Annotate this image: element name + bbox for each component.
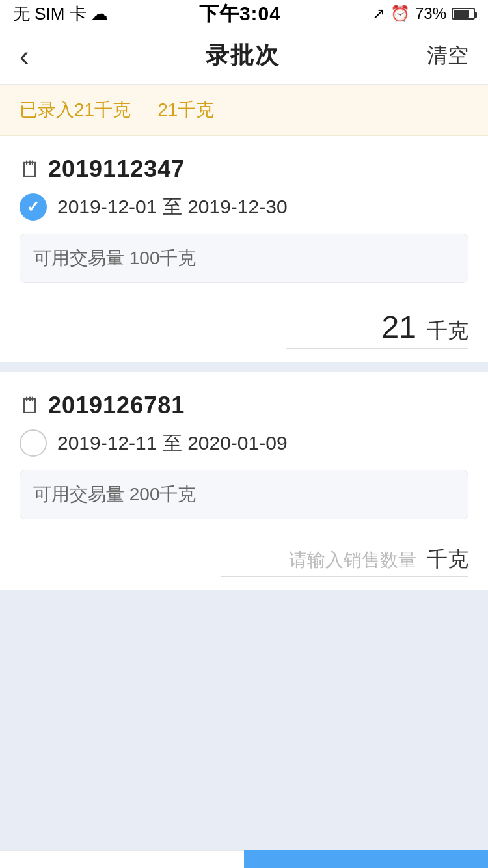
sim-label: 无 SIM 卡 ☁ — [13, 3, 108, 25]
batch-2-unit: 千克 — [427, 545, 468, 574]
batch-1-date-row: ✓ 2019-12-01 至 2019-12-30 — [20, 193, 468, 221]
status-left: 无 SIM 卡 ☁ — [13, 3, 108, 25]
status-time: 下午3:04 — [199, 1, 281, 27]
batch-2-icon: 🗒 — [20, 393, 42, 418]
batch-1-header: 🗒 2019112347 — [20, 156, 468, 183]
nav-bar: ‹ 录批次 清空 — [0, 27, 488, 85]
location-icon: ↗ — [372, 5, 385, 23]
batch-2-header: 🗒 2019126781 — [20, 392, 468, 419]
batch-1-underline — [286, 348, 468, 349]
batch-2-card: 🗒 2019126781 2019-12-11 至 2020-01-09 可用交… — [0, 372, 488, 590]
alarm-icon: ⏰ — [390, 5, 410, 23]
batch-1-unit: 千克 — [427, 317, 468, 346]
batch-2-available: 可用交易量 200千克 — [20, 470, 468, 519]
batch-2-radio[interactable] — [20, 429, 47, 457]
summary-divider — [144, 100, 144, 120]
summary-banner: 已录入21千克 21千克 — [0, 85, 488, 136]
page-title: 录批次 — [206, 40, 280, 72]
batch-1-icon: 🗒 — [20, 157, 42, 182]
batch-1-available: 可用交易量 100千克 — [20, 234, 468, 283]
recorded-summary: 已录入21千克 — [20, 98, 131, 122]
status-right: ↗ ⏰ 73% — [372, 5, 475, 23]
bottom-buttons: 自动分配 确定 — [0, 850, 488, 868]
batch-2-date-row: 2019-12-11 至 2020-01-09 — [20, 429, 468, 457]
batch-1-radio[interactable]: ✓ — [20, 193, 47, 221]
status-bar: 无 SIM 卡 ☁ 下午3:04 ↗ ⏰ 73% — [0, 0, 488, 27]
check-icon: ✓ — [27, 198, 40, 216]
batch-1-date: 2019-12-01 至 2019-12-30 — [57, 194, 288, 221]
batch-1-quantity-value: 21 — [382, 309, 416, 345]
batch-2-quantity-row: 请输入销售数量 千克 — [0, 532, 488, 590]
auto-distribute-button[interactable]: 自动分配 — [0, 850, 244, 868]
empty-space — [0, 590, 488, 850]
card-separator-1 — [0, 362, 488, 372]
clear-button[interactable]: 清空 — [427, 42, 468, 70]
batch-1-number: 2019112347 — [48, 156, 185, 183]
battery-label: 73% — [415, 5, 446, 23]
batch-2-number: 2019126781 — [48, 392, 185, 419]
battery-icon — [452, 8, 475, 20]
batch-2-underline — [221, 576, 468, 577]
confirm-button[interactable]: 确定 — [244, 850, 488, 868]
batch-2-date: 2019-12-11 至 2020-01-09 — [57, 430, 288, 457]
batch-2-input-placeholder: 请输入销售数量 — [289, 548, 416, 573]
batch-1-quantity-row: 21 千克 — [0, 296, 488, 362]
batch-2-inner: 🗒 2019126781 2019-12-11 至 2020-01-09 可用交… — [0, 372, 488, 519]
total-summary: 21千克 — [157, 98, 214, 122]
back-button[interactable]: ‹ — [20, 40, 59, 72]
batch-1-card: 🗒 2019112347 ✓ 2019-12-01 至 2019-12-30 可… — [0, 136, 488, 296]
